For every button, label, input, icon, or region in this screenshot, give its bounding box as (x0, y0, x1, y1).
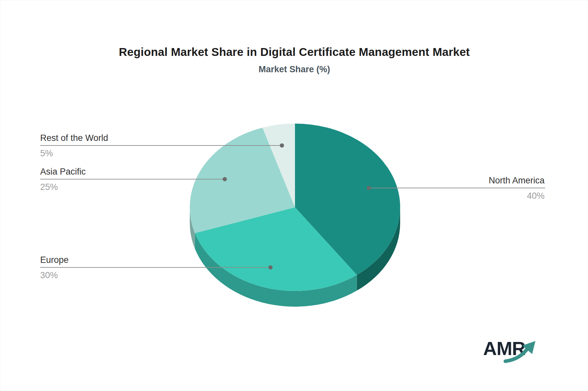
callout-value-europe: 30% (40, 270, 58, 280)
callout-label-rest-of-world: Rest of the World (40, 133, 108, 143)
leader-dot-north-america (367, 186, 371, 190)
chart-canvas: Regional Market Share in Digital Certifi… (0, 0, 588, 391)
leader-dot-europe (269, 265, 273, 270)
callout-value-north-america: 40% (527, 191, 545, 201)
amr-logo-arrow-icon (503, 337, 543, 366)
callout-value-asia-pacific: 25% (40, 182, 58, 192)
leader-dot-rest-of-world (280, 144, 284, 148)
callout-value-rest-of-world: 5% (40, 148, 53, 159)
callout-label-asia-pacific: Asia Pacific (40, 166, 86, 177)
leader-dot-asia-pacific (223, 177, 227, 181)
callout-label-europe: Europe (40, 255, 69, 265)
pie-chart (0, 0, 588, 391)
callout-label-north-america: North America (489, 175, 545, 186)
